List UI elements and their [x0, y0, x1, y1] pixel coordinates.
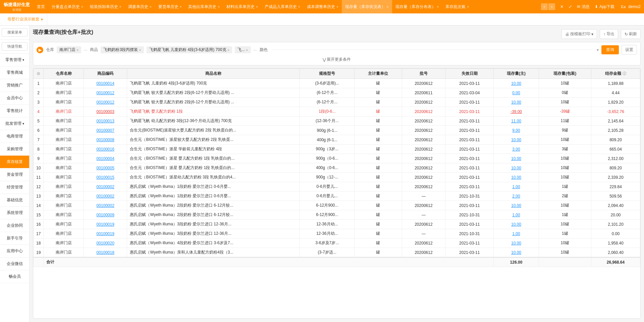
nav-tab-xiancun1[interactable]: 现存量（库存状况表） × — [342, 0, 392, 13]
cell-code[interactable]: 00100003 — [84, 107, 127, 116]
cell-code[interactable]: 00100012 — [84, 98, 127, 107]
sidebar-item-ecommerce[interactable]: 电商管理 — [0, 130, 29, 143]
nav-tab-chenben[interactable]: 成本调整单历史 × — [304, 0, 342, 13]
sidebar-item-retail-stats[interactable]: 零售统计 — [0, 105, 29, 117]
sidebar-item-enterprise[interactable]: 企业协同 — [0, 219, 29, 232]
cell-code[interactable]: 00100002 — [84, 192, 127, 201]
cell-qty-main[interactable]: 3.00 — [494, 145, 539, 154]
column-settings-icon[interactable]: ⚙ — [37, 71, 40, 76]
cell-qty-main[interactable]: 1.00 — [494, 182, 539, 192]
close-icon[interactable]: × — [437, 5, 439, 9]
cell-qty-main[interactable]: 10.00 — [494, 201, 539, 210]
product-more-icon[interactable]: ··· — [254, 48, 257, 52]
sidebar-item-wholesale[interactable]: 批发管理 ▾ — [0, 117, 29, 130]
close-icon[interactable]: × — [387, 5, 389, 9]
remove-product3-icon[interactable]: × — [246, 48, 248, 52]
close-icon[interactable]: × — [256, 5, 258, 9]
cell-qty-main[interactable]: 10.00 — [494, 79, 539, 88]
account-selector[interactable]: 母婴行业演示账套 ▾ — [3, 13, 47, 25]
cell-qty-main[interactable]: -39.00 — [494, 107, 539, 116]
cell-qty-main[interactable]: 1.00 — [494, 229, 539, 238]
color-input-area[interactable] — [272, 50, 593, 50]
expand-filter-button[interactable]: ▶ — [37, 47, 43, 53]
sidebar-item-member2[interactable]: 畅会员 — [0, 270, 29, 283]
sidebar-item-marketing[interactable]: 营销推广 — [0, 79, 29, 92]
close-icon[interactable]: × — [336, 5, 338, 9]
cell-qty-main[interactable]: 11.00 — [494, 116, 539, 126]
cell-code[interactable]: 00100009 — [84, 210, 127, 220]
nav-tab-chancheng[interactable]: 产成品入库单历史 × — [261, 0, 304, 13]
remove-product1-icon[interactable]: × — [139, 48, 141, 52]
sidebar-item-basics[interactable]: 基础信息 — [0, 194, 29, 207]
close-icon[interactable]: × — [218, 5, 220, 9]
export-button[interactable]: ↑ 导出 — [600, 29, 618, 39]
cell-code[interactable]: 00100004 — [84, 154, 127, 163]
nav-tab-cailiao[interactable]: 材料出库单历史 × — [223, 0, 261, 13]
color-dropdown-icon[interactable]: ▾ — [597, 48, 599, 52]
cell-qty-main[interactable]: 10.00 — [494, 135, 539, 145]
cell-code[interactable]: 00100008 — [84, 135, 127, 145]
maximize-btn[interactable]: ⤢ — [569, 4, 572, 9]
product-filter-tag-1[interactable]: 飞鹤奶粉3段丙摆装 × — [101, 46, 144, 53]
sidebar-item-member[interactable]: 会员中心 — [0, 92, 29, 105]
sidebar-item-system[interactable]: 系统管理 — [0, 207, 29, 219]
cell-code[interactable]: 00100020 — [84, 238, 127, 248]
cell-code[interactable]: 00100002 — [84, 201, 127, 210]
settings-button[interactable]: 设置 — [622, 45, 637, 55]
app-download-btn[interactable]: ⬇ App下载 — [595, 4, 614, 10]
sidebar-item-inventory[interactable]: 库存核算 — [0, 156, 29, 168]
cell-qty-main[interactable]: 10.00 — [494, 220, 539, 229]
sidebar-item-finance[interactable]: 资金管理 — [0, 168, 29, 181]
cell-code[interactable]: 00100015 — [84, 173, 127, 182]
cell-code[interactable]: 00100014 — [84, 79, 127, 88]
cell-code[interactable]: 00100005 — [84, 163, 127, 173]
cell-code[interactable]: 00100019 — [84, 220, 127, 229]
cell-qty-main[interactable]: 10.00 — [494, 154, 539, 163]
amount-info-icon[interactable]: ⓘ — [623, 71, 626, 75]
remove-product2-icon[interactable]: × — [227, 48, 229, 52]
col-settings[interactable]: ⚙ — [34, 69, 44, 79]
cell-code[interactable]: 00100002 — [84, 182, 127, 192]
cell-qty-main[interactable]: 10.00 — [494, 163, 539, 173]
warehouse-filter-tag[interactable]: 南岸门店 × — [57, 46, 81, 53]
warehouse-more-icon[interactable]: ··· — [84, 48, 87, 52]
cell-qty-main[interactable]: 10.00 — [494, 238, 539, 248]
close-icon[interactable]: × — [81, 5, 83, 9]
sidebar-item-retail-shop[interactable]: 零售商城 — [0, 66, 29, 79]
nav-tab-yaohuo[interactable]: 要货单历史 × — [155, 0, 185, 13]
message-btn[interactable]: ✉ 消息 — [577, 4, 590, 10]
nav-left-arrow[interactable]: ‹ — [541, 3, 548, 10]
cell-code[interactable]: 00100018 — [84, 248, 127, 258]
print-button[interactable]: 🖨 按模板打印 ▾ — [561, 29, 597, 39]
close-icon[interactable]: × — [150, 5, 152, 9]
nav-tab-fenpan[interactable]: 分量盘点单历史 × — [48, 0, 87, 13]
nav-tab-zuzhuang[interactable]: 组装拆卸单历史 × — [87, 0, 125, 13]
remove-warehouse-icon[interactable]: × — [76, 48, 78, 52]
cell-code[interactable]: 00100013 — [84, 116, 127, 126]
cell-code[interactable]: 00100012 — [84, 88, 127, 98]
nav-tab-qitachuku[interactable]: 其他出库单历史 × — [185, 0, 223, 13]
sidebar-item-guide[interactable]: 新手引导 — [0, 232, 29, 245]
sidebar-item-purchase[interactable]: 采购管理 — [0, 143, 29, 156]
cell-code[interactable]: 00100016 — [84, 145, 127, 154]
sidebar-item-operations[interactable]: 经营管理 — [0, 181, 29, 194]
refresh-button[interactable]: ↻ 刷新 — [621, 29, 641, 39]
nav-home[interactable]: 首页 — [34, 0, 48, 13]
sidebar-item-retail-mgmt[interactable]: 零售管理 ▾ — [0, 54, 29, 66]
nav-tab-diaopo[interactable]: 调拨单历史 × — [125, 0, 155, 13]
cell-qty-main[interactable]: 10.00 — [494, 248, 539, 258]
quick-nav-button[interactable]: 快捷导航 — [2, 42, 28, 51]
close-icon[interactable]: × — [467, 5, 469, 9]
user-avatar[interactable]: Ea demo2 — [620, 3, 641, 10]
nav-tab-xiancun2[interactable]: 现存量（库存分布表） × — [392, 0, 442, 13]
nav-right-arrow[interactable]: › — [548, 3, 555, 10]
close-icon[interactable]: × — [119, 5, 121, 9]
cell-qty-main[interactable]: 10.00 — [494, 98, 539, 107]
sidebar-item-app-center[interactable]: 应用中心 — [0, 245, 29, 258]
query-button[interactable]: 查询 — [601, 45, 619, 54]
cell-qty-main[interactable]: 10.00 — [494, 173, 539, 182]
search-menu-button[interactable]: 搜索菜单 — [2, 28, 28, 37]
close-icon[interactable]: × — [298, 5, 300, 9]
nav-tab-kucun[interactable]: 库存批次账 × — [442, 0, 472, 13]
cell-qty-main[interactable]: 2.00 — [494, 192, 539, 201]
